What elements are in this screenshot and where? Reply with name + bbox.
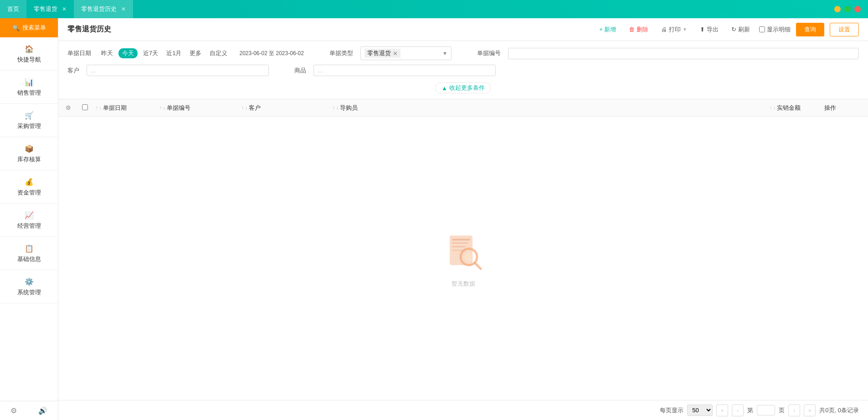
th-date-sortdown-icon[interactable]: ↓: [99, 105, 102, 110]
content-area: 零售退货历史 + 新增 🗑 删除 🖨 🖨 打印 打印 ▼ ⬆ 导出 ↻ 刷新: [58, 18, 868, 420]
customer-label: 客户: [67, 67, 79, 75]
show-detail-label: 显示明细: [767, 26, 791, 34]
th-op-label: 操作: [824, 104, 836, 112]
collapse-label: 收起更多条件: [449, 84, 485, 92]
svg-point-6: [464, 252, 473, 261]
refresh-button[interactable]: ↻ 刷新: [728, 24, 754, 36]
window-maximize[interactable]: [844, 6, 851, 12]
svg-line-7: [475, 263, 481, 269]
inventory-icon: 📦: [24, 143, 34, 154]
goods-label: 商品: [294, 67, 306, 75]
th-amount-sortdown-icon[interactable]: ↓: [773, 105, 776, 110]
audio-bottom-btn[interactable]: 🔊: [35, 405, 51, 417]
sidebar-item-finance-label: 资金管理: [17, 189, 41, 197]
th-customer-label: 客户: [249, 104, 261, 112]
show-detail-checkbox-label[interactable]: 显示明细: [759, 26, 791, 34]
table-area: ⚙ ↑ ↓ 单据日期 ↑ ↓ 单据编号 ↑ ↓ 客户: [58, 99, 868, 400]
tab-retail-return[interactable]: 零售退货 ✕: [26, 0, 74, 18]
sidebar-item-system-label: 系统管理: [17, 288, 41, 297]
sidebar-item-inventory[interactable]: 📦 库存核算: [0, 137, 58, 170]
column-settings-icon[interactable]: ⚙: [66, 104, 71, 111]
export-icon: ⬆: [700, 26, 705, 33]
tab-retail-return-history[interactable]: 零售退货历史 ✕: [74, 0, 133, 18]
tab-home-label: 首页: [7, 5, 19, 13]
sidebar-item-system[interactable]: ⚙️ 系统管理: [0, 270, 58, 303]
th-customer: ↑ ↓ 客户: [241, 104, 333, 112]
th-bill-sortdown-icon[interactable]: ↓: [163, 105, 165, 110]
show-detail-checkbox[interactable]: [759, 26, 765, 32]
sidebar-item-sales[interactable]: 📊 销售管理: [0, 71, 58, 104]
th-guide-sortdown-icon[interactable]: ↓: [336, 105, 339, 110]
goods-placeholder: ...: [318, 67, 323, 74]
th-guide-sortup-icon[interactable]: ↑: [333, 105, 335, 110]
collapse-button[interactable]: ▲ 收起更多条件: [436, 82, 491, 93]
sidebar-item-quick-nav-label: 快捷导航: [17, 56, 41, 64]
empty-text: 暂无数据: [452, 280, 475, 288]
date-opt-1month[interactable]: 近1月: [164, 48, 184, 58]
th-op: 操作: [824, 104, 861, 112]
th-date-sortup-icon[interactable]: ↑: [96, 105, 98, 110]
goods-select[interactable]: ...: [313, 65, 496, 76]
th-guide-label: 导购员: [340, 104, 358, 112]
th-bill-sortup-icon[interactable]: ↑: [159, 105, 162, 110]
settings-bottom-btn[interactable]: ⚙: [7, 405, 21, 417]
svg-rect-1: [452, 239, 470, 241]
page-title: 零售退货历史: [67, 25, 111, 34]
page-prev-button[interactable]: ‹: [732, 405, 744, 416]
window-close[interactable]: [854, 6, 861, 12]
customer-select[interactable]: ...: [87, 65, 269, 76]
delete-button[interactable]: 🗑 删除: [625, 24, 652, 36]
th-customer-sortdown-icon[interactable]: ↓: [245, 105, 247, 110]
print-icon: 🖨: [661, 26, 667, 33]
window-controls: [834, 6, 868, 12]
bill-num-input[interactable]: [508, 48, 859, 59]
page-size-select[interactable]: 10 20 50 100: [687, 405, 713, 416]
sidebar-item-finance[interactable]: 💰 资金管理: [0, 170, 58, 204]
query-button[interactable]: 查询: [796, 23, 824, 36]
page-next-button[interactable]: ›: [788, 405, 800, 416]
select-all-checkbox[interactable]: [82, 104, 88, 110]
sidebar-item-basic-info[interactable]: 📋 基础信息: [0, 237, 58, 270]
bill-type-tag: 零售退货 ✕: [365, 49, 401, 58]
sidebar-item-basic-info-label: 基础信息: [17, 255, 41, 263]
bill-num-label: 单据编号: [477, 49, 501, 57]
bill-type-tag-close[interactable]: ✕: [393, 50, 398, 57]
top-bar: 首页 零售退货 ✕ 零售退货历史 ✕: [0, 0, 868, 18]
page-first-button[interactable]: «: [716, 405, 728, 416]
total-info: 共0页, 0条记录: [819, 406, 859, 415]
sidebar-search[interactable]: 🔍 搜索菜单: [0, 18, 58, 37]
sidebar-search-label: 搜索菜单: [22, 24, 46, 32]
window-minimize[interactable]: [834, 6, 841, 12]
bill-type-select[interactable]: 零售退货 ✕ ▼: [360, 46, 452, 60]
th-bill-label: 单据编号: [167, 104, 190, 112]
filter-area: 单据日期 昨天 今天 近7天 近1月 更多 自定义 2023-06-02 至 2…: [58, 41, 868, 99]
tab-retail-return-close[interactable]: ✕: [62, 6, 67, 12]
sidebar-item-quick-nav[interactable]: 🏠 快捷导航: [0, 37, 58, 71]
sidebar-item-inventory-label: 库存核算: [17, 155, 41, 164]
page-last-button[interactable]: »: [804, 405, 816, 416]
export-button[interactable]: ⬆ 导出: [696, 24, 722, 36]
date-range: 2023-06-02 至 2023-06-02: [239, 50, 303, 57]
date-opt-7days[interactable]: 近7天: [140, 48, 161, 58]
date-opt-today[interactable]: 今天: [118, 48, 138, 58]
setting-button[interactable]: 设置: [830, 23, 859, 36]
date-opt-more[interactable]: 更多: [187, 48, 204, 58]
new-button[interactable]: + 新增: [596, 24, 620, 36]
th-amount-sortup-icon[interactable]: ↑: [770, 105, 772, 110]
th-amount-label: 实销金额: [777, 104, 801, 112]
tab-home[interactable]: 首页: [0, 0, 26, 18]
page-input[interactable]: 1: [757, 405, 775, 415]
print-button[interactable]: 🖨 🖨 打印 打印 ▼: [657, 24, 691, 36]
sidebar-item-operations[interactable]: 📈 经营管理: [0, 204, 58, 237]
sidebar-nav: 🏠 快捷导航 📊 销售管理 🛒 采购管理 📦 库存核算 💰 资金管理 📈: [0, 37, 58, 401]
collapse-up-icon: ▲: [442, 85, 447, 92]
tab-retail-return-label: 零售退货: [34, 5, 57, 13]
th-customer-sortup-icon[interactable]: ↑: [241, 105, 244, 110]
date-opt-yesterday[interactable]: 昨天: [98, 48, 116, 58]
sidebar-item-purchase[interactable]: 🛒 采购管理: [0, 104, 58, 137]
tab-bar: 首页 零售退货 ✕ 零售退货历史 ✕: [0, 0, 834, 18]
date-label: 单据日期: [67, 49, 91, 57]
tab-retail-return-history-close[interactable]: ✕: [121, 6, 126, 12]
date-opt-custom[interactable]: 自定义: [207, 48, 230, 58]
sales-icon: 📊: [24, 77, 34, 87]
